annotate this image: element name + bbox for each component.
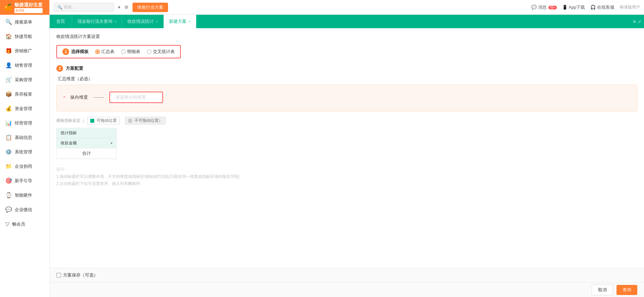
sidebar-item-label: 搜索菜单	[15, 19, 32, 25]
query-button[interactable]: 查询	[616, 285, 637, 295]
sidebar-item-search-menu[interactable]: 🔍 搜索菜单	[0, 15, 49, 29]
sidebar-item-quick-nav[interactable]: 🏠 快捷导航	[0, 29, 49, 44]
sidebar-item-guide[interactable]: 🎯 新手引导	[0, 174, 49, 188]
save-row: 方案保存（可选）	[50, 268, 644, 282]
metrics-col-header[interactable]: 收款金额 ▾	[57, 138, 116, 148]
tab-new-plan-close[interactable]: ×	[189, 19, 191, 23]
trial-button[interactable]: 体验行业方案	[132, 3, 168, 12]
member-icon: ▽	[5, 221, 9, 227]
sidebar-item-label: 经营管理	[15, 120, 32, 126]
search-menu-icon: 🔍	[5, 19, 12, 25]
step2-badge: 2	[56, 65, 63, 72]
page-title: 收款情况统计方案设置	[56, 34, 637, 40]
sidebar-item-label: 库存核算	[15, 91, 32, 97]
main-area: 🔍 搜索... ▾ ⚙ 体验行业方案 💬 消息 99+ 📱 App下载 🎧 在线…	[50, 0, 644, 297]
logo-badge: 标准版	[14, 8, 43, 13]
vertical-dimension-label: 纵向维度	[70, 94, 88, 100]
sidebar-item-label: 采购管理	[15, 77, 32, 83]
tab-bank-flow-close[interactable]: ×	[114, 19, 116, 23]
enterprise-icon: 📁	[5, 163, 12, 169]
sidebar-item-label: 企业协同	[15, 163, 32, 169]
tab-new-plan[interactable]: 新建方案 ×	[164, 15, 196, 28]
dimension-select[interactable]: 请选择分组维度	[109, 92, 163, 103]
finance-icon: 💰	[5, 105, 12, 112]
sidebar-item-wechat[interactable]: 💬 企业微信	[0, 202, 49, 217]
sidebar-item-label: 资金管理	[15, 106, 32, 112]
metrics-table: 统计指标 收款金额 ▾ 合计	[56, 128, 117, 159]
sidebar-item-label: 系统管理	[15, 149, 32, 155]
step2-header: 2 方案配置	[56, 65, 637, 72]
metrics-title-text: 模板指标设定（	[56, 118, 85, 123]
sidebar-item-label: 销售管理	[15, 62, 32, 68]
search-box[interactable]: 🔍 搜索...	[54, 3, 114, 12]
metrics-table-header: 统计指标	[57, 128, 116, 138]
sidebar-item-label: 快捷导航	[15, 34, 32, 40]
sidebar-item-system[interactable]: ⚙️ 系统管理	[0, 145, 49, 159]
step1-header: 1 选择模板 汇总表 明细表 交叉统计表	[56, 45, 637, 58]
maximize-icon[interactable]: ⤢	[638, 19, 641, 24]
chevron-down-icon: ▾	[111, 141, 112, 145]
tab-bank-flow[interactable]: 现金银行流水查询 ×	[72, 15, 122, 28]
radio-cross-circle	[147, 49, 152, 54]
inventory-icon: 📦	[5, 91, 12, 97]
wechat-icon: 💬	[5, 206, 12, 213]
content-inner: 收款情况统计方案设置 1 选择模板 汇总表	[50, 28, 644, 297]
purchase-icon: 🛒	[5, 77, 12, 83]
basic-info-icon: 📋	[5, 134, 12, 141]
sidebar-item-label: 企业微信	[15, 207, 32, 213]
tab-home[interactable]: 首页	[50, 15, 72, 28]
sidebar-item-inventory[interactable]: 📦 库存核算	[0, 87, 49, 101]
radio-summary[interactable]: 汇总表	[95, 49, 114, 55]
sidebar-item-label: 畅会员	[12, 221, 25, 227]
save-checkbox[interactable]	[56, 273, 61, 278]
radio-summary-circle	[95, 49, 100, 54]
required-mark: *	[63, 95, 65, 100]
radio-cross[interactable]: 交叉统计表	[147, 49, 175, 55]
save-checkbox-label: 方案保存（可选）	[63, 272, 98, 278]
metrics-row-total: 合计	[57, 148, 116, 159]
sidebar-item-operations[interactable]: 📊 经营管理	[0, 116, 49, 130]
sidebar-item-sales[interactable]: 👤 销售管理	[0, 58, 49, 72]
user-info: 标准版用户	[620, 4, 640, 10]
radio-detail-circle	[121, 49, 126, 54]
cancel-button[interactable]: 取消	[592, 285, 613, 295]
app-download[interactable]: 📱 App下载	[562, 4, 585, 10]
sidebar-item-hardware[interactable]: ⌚ 智能硬件	[0, 188, 49, 202]
system-icon: ⚙️	[5, 149, 12, 155]
topbar-gear-icon[interactable]: ⚙	[124, 5, 128, 10]
marketing-icon: 🎁	[5, 48, 12, 54]
tip-item-1: 1.拖动标题栏可以调整布局，不可跨维度或指标区域拖动栏目段(只能在同一维度或指标…	[56, 173, 637, 181]
dimension-arrow: ——	[93, 94, 104, 100]
message-item[interactable]: 💬 消息 99+	[531, 4, 557, 10]
guide-icon: 🎯	[5, 178, 12, 184]
sidebar-item-purchase[interactable]: 🛒 采购管理	[0, 72, 49, 87]
message-label: 消息	[538, 5, 547, 10]
tab-collection-stat-close[interactable]: ×	[156, 19, 158, 23]
draggable-hint: 可拖动位置	[87, 117, 120, 125]
dimension-row: * 纵向维度 —— 请选择分组维度	[63, 92, 630, 103]
sidebar-item-basic-info[interactable]: 📋 基础信息	[0, 130, 49, 145]
non-draggable-hint: 不可拖动位置）	[125, 117, 166, 125]
metrics-hint: 模板指标设定（ 可拖动位置 不可拖动位置）	[56, 117, 637, 125]
topbar-dropdown-icon[interactable]: ▾	[118, 5, 120, 10]
content-area: 收款情况统计方案设置 1 选择模板 汇总表	[50, 28, 644, 297]
tab-collection-stat[interactable]: 收款情况统计 ×	[122, 15, 163, 28]
logo-text: 畅捷通好生意	[14, 2, 43, 8]
sidebar-item-finance[interactable]: 💰 资金管理	[0, 101, 49, 116]
sidebar-item-marketing[interactable]: 🎁 营销推广	[0, 44, 49, 58]
close-all-icon[interactable]: ✕	[633, 19, 636, 24]
step1-badge: 1	[62, 48, 69, 55]
radio-detail[interactable]: 明细表	[121, 49, 140, 55]
sidebar-item-enterprise[interactable]: 📁 企业协同	[0, 159, 49, 174]
sales-icon: 👤	[5, 62, 12, 68]
sidebar-item-label: 营销推广	[15, 48, 32, 54]
radio-summary-label: 汇总表	[101, 49, 114, 55]
step2-section: 2 方案配置 汇总维度（必选） * 纵向维度 —— 请选择分组维度	[56, 65, 637, 188]
tips-title: 提示：	[56, 167, 68, 171]
dimension-area: * 纵向维度 —— 请选择分组维度	[56, 85, 637, 111]
topbar: 🔍 搜索... ▾ ⚙ 体验行业方案 💬 消息 99+ 📱 App下载 🎧 在线…	[50, 0, 644, 15]
sidebar-item-label: 新手引导	[15, 178, 32, 184]
online-service[interactable]: 🎧 在线客服	[590, 4, 614, 10]
sidebar-logo: 🍊 畅捷通好生意 标准版	[0, 0, 49, 15]
sidebar-item-member[interactable]: ▽ 畅会员	[0, 217, 49, 231]
